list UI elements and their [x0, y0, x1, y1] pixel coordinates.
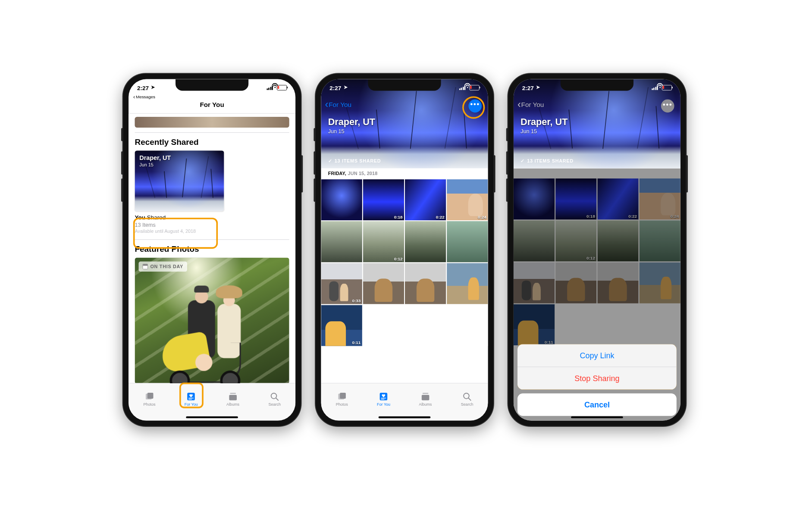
for-you-icon [186, 391, 196, 401]
back-button[interactable]: ‹ For You [325, 100, 351, 110]
tab-for-you[interactable]: For You [170, 383, 212, 414]
for-you-icon [379, 391, 389, 401]
svg-point-7 [271, 393, 277, 399]
screen-for-you: 2:27 ➤ ‹ Messages For You Recently Share… [129, 79, 295, 421]
status-time: 2:27 [137, 84, 149, 91]
location-services-icon: ➤ [344, 84, 348, 90]
you-shared-block[interactable]: You Shared 13 Items Available until Augu… [135, 214, 289, 234]
hero-header: 2:27 ➤ ‹ For You ••• Draper, UT Jun 15 [514, 79, 680, 169]
screen-action-sheet: 2:27 ➤ ‹ For You ••• Draper, UT Jun 15 [514, 79, 680, 421]
phone-1: 2:27 ➤ ‹ Messages For You Recently Share… [123, 74, 301, 426]
for-you-scroll[interactable]: Recently Shared Draper, UT Jun 15 You Sh… [129, 114, 295, 383]
recently-shared-heading: Recently Shared [135, 138, 289, 147]
more-button[interactable]: ••• [469, 99, 482, 113]
grid-item[interactable] [363, 263, 404, 304]
search-icon [270, 391, 279, 401]
svg-rect-12 [381, 397, 386, 398]
date-header: FRIDAY,JUN 15, 2018 [321, 169, 488, 179]
chevron-left-icon: ‹ [325, 99, 329, 109]
svg-rect-15 [422, 394, 430, 400]
grid-item[interactable] [321, 179, 362, 220]
action-copy-link[interactable]: Copy Link [517, 344, 677, 366]
svg-rect-5 [230, 393, 236, 394]
cell-signal-icon [459, 85, 465, 90]
phone-3: 2:27 ➤ ‹ For You ••• Draper, UT Jun 15 [508, 74, 686, 426]
grid-item[interactable] [447, 263, 488, 304]
card-title: Draper, UT [139, 154, 171, 161]
more-button[interactable]: ••• [661, 99, 674, 113]
svg-rect-1 [147, 393, 154, 399]
chevron-left-icon: ‹ [133, 94, 135, 100]
grid-item[interactable]: 0:22 [405, 179, 446, 220]
back-button[interactable]: ‹ For You [517, 100, 544, 110]
tab-search[interactable]: Search [254, 383, 295, 414]
photos-icon [144, 391, 154, 401]
hero-shared-count: ✓13 ITEMS SHARED [521, 158, 574, 164]
grid-item[interactable]: 0:24 [447, 179, 488, 220]
grid-item[interactable] [405, 263, 446, 304]
svg-rect-14 [423, 393, 429, 394]
photos-icon [337, 391, 347, 401]
tab-photos[interactable]: Photos [321, 383, 363, 414]
svg-rect-10 [340, 393, 346, 399]
cell-signal-icon [267, 85, 273, 90]
tab-for-you[interactable]: For You [363, 383, 404, 414]
checkmark-icon: ✓ [328, 158, 332, 164]
grid-item[interactable] [321, 221, 362, 262]
hero-subtitle: Jun 15 [521, 128, 537, 134]
battery-low-icon [469, 85, 479, 91]
location-services-icon: ➤ [151, 84, 155, 90]
svg-line-8 [276, 398, 279, 400]
on-this-day-badge: ON THIS DAY [139, 262, 188, 272]
tab-albums[interactable]: Albums [404, 383, 446, 414]
tab-bar: Photos For You Albums Search [129, 383, 295, 420]
tab-bar: Photos For You Albums Search [321, 383, 488, 420]
screen-shared-detail: 2:27 ➤ ‹ For You ••• Draper, UT Jun 15 [321, 79, 488, 421]
battery-low-icon [662, 85, 672, 91]
svg-rect-3 [188, 397, 194, 398]
location-services-icon: ➤ [536, 84, 540, 90]
action-stop-sharing[interactable]: Stop Sharing [517, 367, 677, 390]
status-time: 2:27 [329, 84, 341, 91]
shared-expiry: Available until August 4, 2018 [135, 228, 289, 234]
tab-albums[interactable]: Albums [212, 383, 254, 414]
action-sheet: Copy Link Stop Sharing Cancel [517, 344, 677, 416]
chevron-left-icon: ‹ [517, 99, 521, 109]
featured-photo-card[interactable]: ON THIS DAY [135, 258, 289, 383]
grid-item[interactable]: 0:18 [363, 179, 404, 220]
hero-title: Draper, UT [328, 116, 375, 127]
grid-item[interactable] [405, 221, 446, 262]
battery-low-icon [277, 85, 287, 91]
svg-line-17 [469, 398, 471, 400]
albums-icon [228, 391, 238, 401]
back-to-app-button[interactable]: ‹ Messages [133, 94, 155, 100]
svg-rect-4 [188, 399, 192, 399]
svg-rect-6 [229, 394, 237, 400]
ellipsis-icon: ••• [470, 100, 480, 109]
photo-grid-scroll[interactable]: FRIDAY,JUN 15, 2018 0:18 0:22 0:24 0:12 … [321, 169, 488, 383]
search-icon [462, 391, 472, 401]
status-time: 2:27 [522, 84, 534, 91]
hero-header: 2:27 ➤ ‹ For You ••• Draper, UT Jun 15 [321, 79, 488, 169]
hero-shared-count: ✓13 ITEMS SHARED [328, 158, 381, 164]
action-cancel[interactable]: Cancel [517, 394, 677, 416]
tab-photos[interactable]: Photos [129, 383, 170, 414]
shared-album-card[interactable]: Draper, UT Jun 15 [135, 150, 224, 211]
ellipsis-icon: ••• [663, 100, 672, 109]
checkmark-icon: ✓ [521, 158, 525, 164]
albums-icon [420, 391, 430, 401]
grid-item[interactable] [447, 221, 488, 262]
grid-item[interactable]: 0:33 [321, 263, 362, 304]
grid-item[interactable]: 0:12 [363, 221, 404, 262]
grid-item[interactable]: 0:11 [321, 305, 362, 346]
tab-search[interactable]: Search [446, 383, 488, 414]
featured-photos-heading: Featured Photos [135, 244, 289, 254]
hero-subtitle: Jun 15 [328, 128, 345, 134]
card-subtitle: Jun 15 [139, 162, 171, 168]
shared-item-count: 13 Items [135, 222, 289, 228]
phone-2: 2:27 ➤ ‹ For You ••• Draper, UT Jun 15 [316, 74, 493, 426]
hero-title: Draper, UT [521, 116, 568, 127]
calendar-icon [143, 264, 148, 269]
previous-card-peek[interactable] [135, 117, 289, 128]
svg-rect-13 [381, 399, 385, 399]
